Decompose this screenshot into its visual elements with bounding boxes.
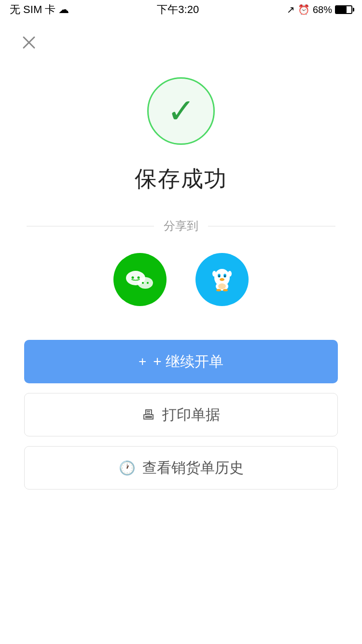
alarm-icon: ⏰ — [298, 4, 310, 15]
success-circle: ✓ — [147, 77, 215, 145]
qq-share-button[interactable] — [195, 253, 249, 306]
continue-label: + 继续开单 — [153, 352, 223, 372]
print-label: 打印单据 — [162, 405, 220, 425]
status-right: ↗ ⏰ 68% — [287, 4, 352, 15]
svg-point-19 — [223, 289, 228, 292]
checkmark-icon: ✓ — [167, 94, 195, 128]
svg-point-11 — [219, 276, 220, 277]
location-icon: ↗ — [287, 4, 295, 15]
main-content: ✓ 保存成功 分享到 — [0, 19, 362, 644]
print-button[interactable]: 🖶 打印单据 — [24, 393, 338, 436]
history-label: 查看销货单历史 — [142, 458, 244, 478]
continue-button[interactable]: + + 继续开单 — [24, 340, 338, 383]
close-icon — [22, 35, 36, 50]
share-icons — [113, 253, 249, 306]
divider-left — [27, 226, 154, 226]
svg-point-14 — [212, 271, 216, 277]
wechat-icon — [123, 263, 157, 296]
svg-point-7 — [147, 282, 149, 284]
status-carrier: 无 SIM 卡 ☁ — [10, 2, 69, 17]
status-time: 下午3:20 — [157, 2, 199, 17]
history-button[interactable]: 🕐 查看销货单历史 — [24, 446, 338, 490]
qq-icon — [207, 264, 237, 295]
print-icon: 🖶 — [142, 407, 155, 423]
share-divider: 分享到 — [27, 218, 335, 234]
status-bar: 无 SIM 卡 ☁ 下午3:20 ↗ ⏰ 68% — [0, 0, 362, 19]
svg-point-3 — [138, 277, 153, 289]
share-label: 分享到 — [164, 218, 198, 234]
wechat-share-button[interactable] — [113, 253, 167, 306]
svg-point-18 — [216, 289, 221, 292]
battery-percent: 68% — [313, 4, 332, 15]
divider-right — [208, 226, 335, 226]
svg-point-12 — [224, 276, 226, 277]
close-button[interactable] — [19, 33, 39, 52]
action-buttons: + + 继续开单 🖶 打印单据 🕐 查看销货单历史 — [24, 340, 338, 490]
history-icon: 🕐 — [119, 460, 136, 476]
battery-icon — [335, 5, 352, 14]
svg-point-15 — [228, 271, 232, 277]
plus-icon: + — [139, 354, 146, 369]
svg-point-6 — [142, 282, 144, 284]
svg-point-13 — [220, 278, 224, 281]
svg-point-17 — [218, 283, 226, 289]
svg-point-4 — [132, 277, 134, 279]
success-title: 保存成功 — [135, 164, 227, 194]
svg-point-5 — [138, 277, 140, 279]
